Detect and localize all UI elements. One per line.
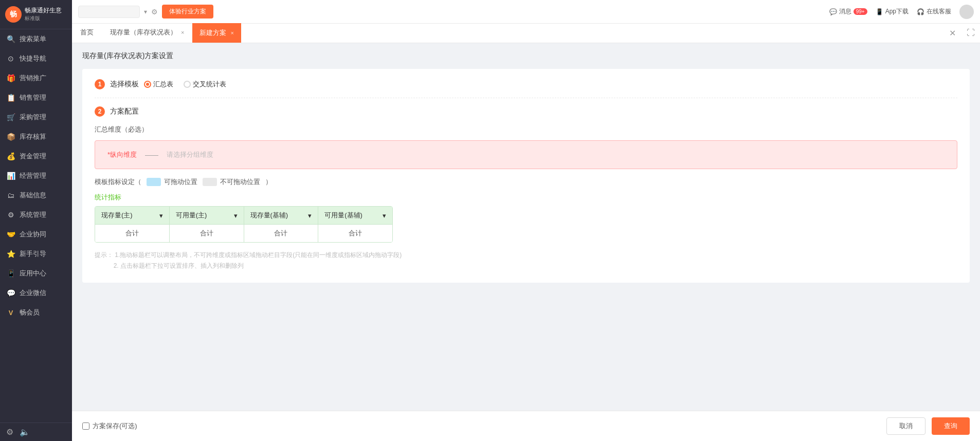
footer-buttons: 取消 查询 [886,417,970,435]
sidebar-item-app-center[interactable]: 📱 应用中心 [0,264,72,283]
radio-summary-dot [144,81,151,88]
tab-new-scheme[interactable]: 新建方案 × [192,23,241,43]
tab-home[interactable]: 首页 [72,23,102,43]
radio-summary[interactable]: 汇总表 [144,80,173,89]
col-1-dropdown-icon[interactable]: ▾ [234,212,238,219]
sidebar: 畅 畅康通好生意 标准版 🔍 搜索菜单 ⊙ 快捷导航 🎁 营销推广 📋 销售管理… [0,0,72,441]
hint-block: 提示： 1.拖动标题栏可以调整布局，不可跨维度或指标区域拖动栏目字段(只能在同一… [95,251,957,270]
stats-col-2-header[interactable]: 现存量(基辅) ▾ [244,207,318,225]
not-draggable-legend: 不可拖动位置 [203,177,260,187]
message-btn[interactable]: 💬 消息 99+ [829,7,867,16]
logo-icon: 畅 [5,6,22,23]
new-guide-icon: ⭐ [6,249,15,259]
radio-cross[interactable]: 交叉统计表 [184,80,226,89]
sidebar-item-marketing[interactable]: 🎁 营销推广 [0,68,72,88]
sidebar-item-basic[interactable]: 🗂 基础信息 [0,186,72,205]
marketing-icon: 🎁 [6,74,15,83]
step2-header: 2 方案配置 [95,106,957,117]
app-download-btn[interactable]: 📱 App下载 [876,7,909,16]
app-center-icon: 📱 [6,269,15,278]
main-content: ▾ ⚙ 体验行业方案 💬 消息 99+ 📱 App下载 🎧 在线客服 首页 [72,0,980,441]
settings-bottom-icon[interactable]: ⚙ [6,427,13,437]
stats-col-1-header[interactable]: 可用量(主) ▾ [170,207,244,225]
col-0-dropdown-icon[interactable]: ▾ [159,212,163,219]
dim-placeholder: 请选择分组维度 [167,150,213,159]
stats-col-2-body: 合计 [244,225,318,242]
step1-badge: 1 [95,79,105,89]
footer-save-area: 方案保存(可选) [82,421,137,431]
sidebar-item-new-guide[interactable]: ⭐ 新手引导 [0,244,72,264]
sidebar-logo: 畅 畅康通好生意 标准版 [0,0,72,29]
stats-col-3: 可用量(基辅) ▾ 合计 [318,207,392,242]
search-icon: 🔍 [6,34,15,44]
cancel-button[interactable]: 取消 [886,417,925,435]
topbar-dropdown-arrow[interactable]: ▾ [144,8,147,15]
query-button[interactable]: 查询 [932,417,970,435]
indicator-settings: 模板指标设定（ 可拖动位置 不可拖动位置 ） [95,177,957,187]
stats-col-3-header[interactable]: 可用量(基辅) ▾ [318,207,392,225]
summary-dimension-label: 汇总维度（必选） [95,125,957,134]
sidebar-item-inventory[interactable]: 📦 库存核算 [0,127,72,146]
sidebar-search[interactable]: 🔍 搜索菜单 [0,29,72,49]
dimension-row[interactable]: *纵向维度 —— 请选择分组维度 [95,140,957,169]
template-radio-group: 汇总表 交叉统计表 [144,80,226,89]
sidebar-item-member[interactable]: V 畅会员 [0,303,72,322]
step1-title: 选择模板 [110,80,139,89]
draggable-box [147,178,161,186]
tab-expand-btn[interactable]: ⛶ [961,23,980,43]
sidebar-item-cooperation[interactable]: 🤝 企业协同 [0,225,72,244]
dim-dash: —— [145,151,158,159]
hint-1: 提示： 1.拖动标题栏可以调整布局，不可跨维度或指标区域拖动栏目字段(只能在同一… [95,251,957,260]
experience-btn[interactable]: 体验行业方案 [162,5,213,19]
sidebar-item-finance[interactable]: 💰 资金管理 [0,146,72,166]
stats-section-label: 统计指标 [95,193,957,202]
tab-new-scheme-close[interactable]: × [230,30,233,36]
tab-collapse-btn[interactable]: ✕ [943,23,961,43]
inventory-icon: 📦 [6,132,15,141]
save-label: 方案保存(可选) [93,421,137,431]
save-checkbox[interactable] [82,422,89,430]
tab-inventory-status[interactable]: 现存量（库存状况表） × [102,23,192,43]
finance-icon: 💰 [6,152,15,161]
stats-table-header: 现存量(主) ▾ 合计 可用量(主) ▾ 合计 [95,207,392,242]
topbar-right: 💬 消息 99+ 📱 App下载 🎧 在线客服 [829,5,974,19]
member-icon: V [6,308,15,317]
hint-2: 2. 点击标题栏下拉可设置排序、插入列和删除列 [95,262,957,270]
sidebar-item-wechat[interactable]: 💬 企业微信 [0,283,72,303]
headset-icon: 🎧 [917,8,924,15]
radio-cross-dot [184,81,191,88]
online-service-btn[interactable]: 🎧 在线客服 [917,7,951,16]
user-avatar[interactable] [959,5,974,19]
draggable-legend: 可拖动位置 [147,177,197,187]
topbar-search-input[interactable] [78,6,140,18]
sales-icon: 📋 [6,93,15,102]
stats-col-0: 现存量(主) ▾ 合计 [95,207,170,242]
audio-icon[interactable]: 🔈 [20,427,30,437]
phone-icon: 📱 [876,8,883,15]
purchase-icon: 🛒 [6,113,15,122]
stats-col-0-header[interactable]: 现存量(主) ▾ [95,207,169,225]
sidebar-item-system[interactable]: ⚙ 系统管理 [0,205,72,225]
col-3-dropdown-icon[interactable]: ▾ [383,212,386,219]
step2-title: 方案配置 [110,107,139,116]
sidebar-nav: 🔍 搜索菜单 ⊙ 快捷导航 🎁 营销推广 📋 销售管理 🛒 采购管理 📦 库存核… [0,29,72,422]
sidebar-item-sales[interactable]: 📋 销售管理 [0,88,72,107]
sidebar-item-purchase[interactable]: 🛒 采购管理 [0,107,72,127]
sidebar-bottom: ⚙ 🔈 [0,422,72,441]
dim-required-label: *纵向维度 [107,150,137,159]
stats-table: 现存量(主) ▾ 合计 可用量(主) ▾ 合计 [95,206,393,243]
tab-inventory-close[interactable]: × [181,29,184,35]
stats-col-1: 可用量(主) ▾ 合计 [170,207,244,242]
main-card: 1 选择模板 汇总表 交叉统计表 2 方案配置 [82,69,970,283]
sidebar-item-operations[interactable]: 📊 经营管理 [0,166,72,186]
stats-col-1-body: 合计 [170,225,244,242]
basic-icon: 🗂 [6,191,15,200]
stats-col-2: 现存量(基辅) ▾ 合计 [244,207,319,242]
tab-expand-controls: ✕ ⛶ [943,23,980,43]
topbar-gear-icon[interactable]: ⚙ [151,8,158,16]
sidebar-item-quick-nav[interactable]: ⊙ 快捷导航 [0,49,72,68]
not-draggable-box [203,178,217,186]
step1-header: 1 选择模板 汇总表 交叉统计表 [95,79,957,89]
quick-nav-icon: ⊙ [6,54,15,63]
col-2-dropdown-icon[interactable]: ▾ [308,212,312,219]
